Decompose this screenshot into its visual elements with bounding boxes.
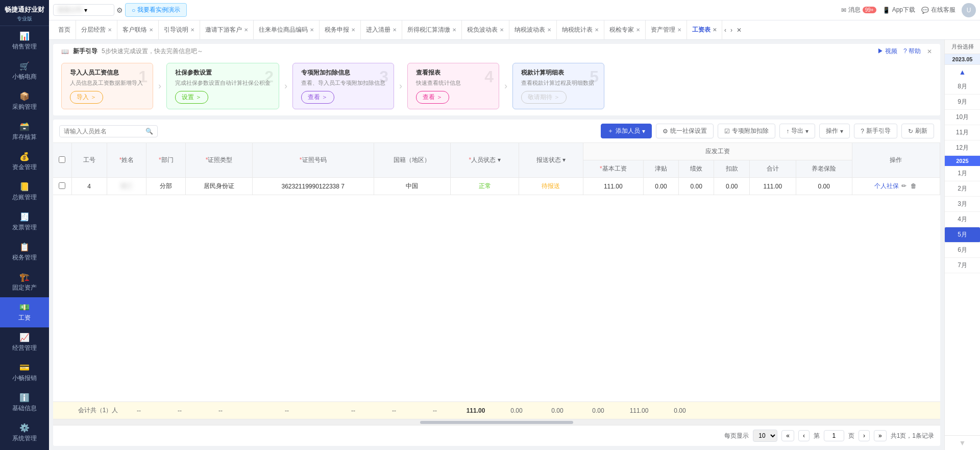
month-item-8[interactable]: 8月 — [945, 79, 980, 94]
tab-close-icon[interactable]: ✕ — [190, 27, 194, 33]
tab-close-icon[interactable]: ✕ — [677, 27, 681, 33]
month-item-11[interactable]: 11月 — [945, 125, 980, 140]
edit-icon[interactable]: ✏ — [901, 182, 906, 190]
message-btn[interactable]: ✉ 消息 99+ — [841, 6, 876, 14]
help-btn[interactable]: ? 帮助 — [903, 47, 921, 56]
tab-close-icon[interactable]: ✕ — [452, 27, 456, 33]
last-page-btn[interactable]: » — [874, 430, 887, 441]
month-item-4[interactable]: 4月 — [945, 212, 980, 227]
guide-book-icon: 📖 — [61, 48, 69, 55]
month-item-3[interactable]: 3月 — [945, 197, 980, 212]
tab-tax-report[interactable]: 税务申报 ✕ — [320, 20, 361, 40]
tab-home[interactable]: 首页 — [53, 20, 76, 40]
tab-close-icon[interactable]: ✕ — [393, 27, 397, 33]
tab-close-all-icon[interactable]: ✕ — [734, 27, 744, 34]
search-icon[interactable]: 🔍 — [141, 128, 157, 135]
demo-hint-btn[interactable]: ○ 我要看实例演示 — [125, 3, 187, 17]
tab-next-icon[interactable]: › — [728, 27, 734, 34]
month-item-1[interactable]: 1月 — [945, 166, 980, 181]
prev-page-btn[interactable]: ‹ — [798, 430, 810, 441]
tab-close-icon[interactable]: ✕ — [547, 27, 551, 33]
tab-invite[interactable]: 邀请下游客户 ✕ — [200, 20, 254, 40]
tab-product-code[interactable]: 往来单位商品编码 ✕ — [254, 20, 320, 40]
sidebar-item-tax[interactable]: 📋 税务管理 — [0, 237, 49, 267]
tab-layered[interactable]: 分层经营 ✕ — [76, 20, 117, 40]
tab-tax-fluctuation[interactable]: 纳税波动表 ✕ — [509, 20, 557, 40]
video-btn[interactable]: ▶ 视频 — [877, 47, 897, 56]
guide-close-btn[interactable]: ✕ — [927, 48, 932, 55]
settings-icon[interactable]: ⚙ — [116, 6, 123, 14]
month-item-7[interactable]: 7月 — [945, 258, 980, 273]
row-checkbox[interactable] — [59, 182, 65, 189]
sidebar-item-ecommerce[interactable]: 🛒 小畅电商 — [0, 56, 49, 86]
month-item-6[interactable]: 6月 — [945, 243, 980, 258]
tab-close-icon[interactable]: ✕ — [351, 27, 355, 33]
tab-assets[interactable]: 资产管理 ✕ — [646, 20, 687, 40]
tab-close-icon[interactable]: ✕ — [310, 27, 314, 33]
sidebar-item-expense[interactable]: 💳 小畅报销 — [0, 358, 49, 388]
step-action-btn[interactable]: 设置 ＞ — [175, 91, 208, 104]
sidebar-item-invoice[interactable]: 🧾 发票管理 — [0, 207, 49, 237]
tab-close-icon[interactable]: ✕ — [244, 27, 248, 33]
user-avatar[interactable]: U — [962, 3, 976, 17]
month-item-10[interactable]: 10月 — [945, 110, 980, 125]
sidebar-item-basic[interactable]: ℹ️ 基础信息 — [0, 388, 49, 418]
tab-prev-icon[interactable]: ‹ — [722, 27, 728, 34]
next-page-btn[interactable]: › — [859, 430, 870, 441]
filter-icon[interactable]: ▾ — [498, 156, 501, 163]
app-download-btn[interactable]: 📱 App下载 — [883, 6, 915, 14]
tab-tax-stats[interactable]: 纳税统计表 ✕ — [557, 20, 604, 40]
operations-btn[interactable]: 操作 ▾ — [819, 124, 850, 138]
per-page-select[interactable]: 10 20 50 — [753, 430, 777, 442]
step-action-btn[interactable]: 导入 ＞ — [70, 91, 103, 104]
delete-icon[interactable]: 🗑 — [911, 182, 917, 190]
horizontal-scrollbar[interactable] — [53, 419, 940, 425]
sidebar-item-salary[interactable]: 💵 工资 — [0, 297, 49, 327]
step-action-btn[interactable]: 查看 ＞ — [416, 91, 449, 104]
month-item-2[interactable]: 2月 — [945, 181, 980, 197]
tab-close-icon[interactable]: ✕ — [713, 27, 717, 33]
tab-income-tax[interactable]: 所得税汇算清缴 ✕ — [402, 20, 462, 40]
add-employee-btn[interactable]: ＋ 添加人员 ▾ — [601, 124, 652, 138]
tab-close-icon[interactable]: ✕ — [636, 27, 640, 33]
select-all-checkbox[interactable] — [59, 156, 65, 163]
tab-intro[interactable]: 引导说明 ✕ — [159, 20, 200, 40]
page-number-input[interactable] — [824, 430, 844, 441]
tab-tax-expert[interactable]: 税检专家 ✕ — [604, 20, 646, 40]
tab-clearance[interactable]: 进入清册 ✕ — [361, 20, 402, 40]
tab-close-icon[interactable]: ✕ — [595, 27, 599, 33]
unified-settings-btn[interactable]: ⚙ 统一社保设置 — [656, 124, 714, 138]
search-input[interactable] — [60, 126, 141, 137]
newbie-guide-btn[interactable]: ? 新手引导 — [854, 124, 897, 138]
month-nav-down-btn[interactable]: ▼ — [957, 438, 968, 448]
special-deduction-btn[interactable]: ☑ 专项附加扣除 — [718, 124, 775, 138]
tab-tax-burden[interactable]: 税负波动表 ✕ — [462, 20, 509, 40]
month-item-9[interactable]: 9月 — [945, 94, 980, 110]
tab-close-icon[interactable]: ✕ — [500, 27, 504, 33]
tab-customer[interactable]: 客户联络 ✕ — [117, 20, 159, 40]
company-selector[interactable]: 某某公司 ▾ — [53, 4, 114, 16]
footer-performance: 0.00 — [537, 407, 578, 414]
step-action-btn[interactable]: 查看 ＞ — [301, 91, 334, 104]
export-btn[interactable]: ↑ 导出 ▾ — [779, 124, 815, 138]
sidebar-item-ledger[interactable]: 📒 总账管理 — [0, 177, 49, 207]
sidebar-item-operations[interactable]: 📈 经营管理 — [0, 327, 49, 358]
month-nav-up-btn[interactable]: ▲ — [957, 67, 968, 77]
tab-close-icon[interactable]: ✕ — [108, 27, 112, 33]
month-item-12[interactable]: 12月 — [945, 140, 980, 156]
sidebar-item-finance[interactable]: 💰 资金管理 — [0, 147, 49, 177]
sidebar-item-inventory[interactable]: 🗃️ 库存核算 — [0, 116, 49, 147]
refresh-btn[interactable]: ↻ 刷新 — [901, 124, 934, 138]
sidebar-item-system[interactable]: ⚙️ 系统管理 — [0, 418, 49, 448]
sidebar-item-collab[interactable]: 🤝 企业协同 — [0, 448, 49, 450]
filter-icon[interactable]: ▾ — [562, 156, 566, 163]
personal-insurance-link[interactable]: 个人社保 — [874, 182, 899, 190]
tab-close-icon[interactable]: ✕ — [149, 27, 153, 33]
online-service-btn[interactable]: 💬 在线客服 — [921, 6, 955, 14]
first-page-btn[interactable]: « — [781, 430, 794, 441]
month-item-5[interactable]: 5月 — [945, 227, 980, 243]
sidebar-item-sales[interactable]: 📊 销售管理 — [0, 26, 49, 56]
sidebar-item-purchase[interactable]: 📦 采购管理 — [0, 86, 49, 116]
sidebar-item-assets[interactable]: 🏗️ 固定资产 — [0, 267, 49, 297]
tab-salary[interactable]: 工资表 ✕ — [687, 20, 722, 40]
